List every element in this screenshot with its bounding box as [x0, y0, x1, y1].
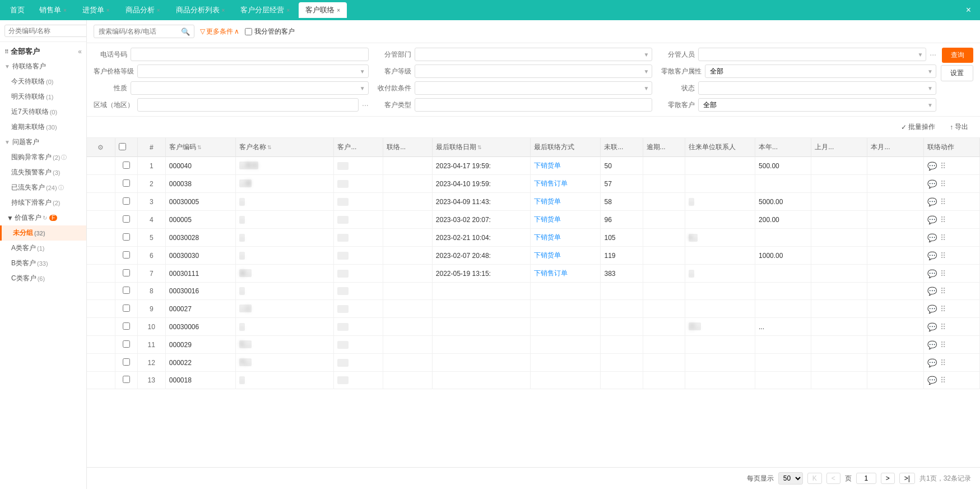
next-page-button[interactable]: >: [881, 473, 895, 484]
chat-icon-8[interactable]: 💬: [927, 305, 937, 313]
col-settings[interactable]: ⚙: [87, 138, 115, 157]
group-pending-contact[interactable]: ▼ 待联络客户: [0, 59, 86, 74]
apps-icon-5[interactable]: ⠿: [940, 251, 946, 260]
row-check-3[interactable]: [115, 211, 137, 229]
all-customers-header[interactable]: ⠿ 全部客户 «: [0, 42, 86, 59]
row-checkbox-12[interactable]: [123, 376, 130, 383]
row-checkbox-9[interactable]: [123, 322, 130, 330]
chat-icon-3[interactable]: 💬: [927, 215, 937, 224]
contact-way-link-5[interactable]: 下销货单: [534, 251, 561, 259]
row-check-12[interactable]: [115, 372, 137, 389]
close-customer-contact-icon[interactable]: ×: [337, 7, 340, 13]
query-button[interactable]: 查询: [942, 48, 973, 63]
batch-ops-button[interactable]: ✓ 批量操作: [896, 120, 940, 134]
chat-icon-2[interactable]: 💬: [927, 197, 937, 206]
region-select[interactable]: [137, 98, 359, 112]
row-check-2[interactable]: [115, 193, 137, 211]
my-customers-checkbox[interactable]: 我分管的客户: [245, 27, 295, 36]
group-problem-customers[interactable]: ▼ 问题客户: [0, 135, 86, 150]
sidebar-item-today-pending[interactable]: 今天待联络 (0): [0, 74, 86, 89]
refresh-icon[interactable]: ↻: [43, 215, 47, 221]
sidebar-item-class-b[interactable]: B类客户 (33): [0, 256, 86, 271]
page-number-input[interactable]: [856, 473, 876, 484]
sidebar-item-class-c[interactable]: C类客户 (6): [0, 271, 86, 286]
select-all-checkbox[interactable]: [119, 143, 126, 150]
row-checkbox-2[interactable]: [123, 197, 130, 205]
apps-icon-12[interactable]: ⠿: [940, 376, 946, 385]
manager-select[interactable]: [698, 48, 926, 61]
tab-customer-segment[interactable]: 客户分层经营 ×: [234, 2, 296, 18]
row-check-5[interactable]: [115, 247, 137, 265]
row-checkbox-3[interactable]: [123, 215, 130, 223]
filter-search-icon[interactable]: 🔍: [181, 27, 190, 36]
sidebar-item-hoarding-abnormal[interactable]: 囤购异常客户 (2) ⓘ: [0, 150, 86, 165]
apps-icon-1[interactable]: ⠿: [940, 179, 946, 188]
payment-select[interactable]: [415, 81, 653, 95]
retail-customer-select[interactable]: 全部: [698, 98, 936, 112]
status-select[interactable]: [698, 81, 936, 95]
sidebar-item-overdue-pending[interactable]: 逾期未联络 (30): [0, 119, 86, 135]
tab-sales-order[interactable]: 销售单 ×: [32, 2, 73, 18]
contact-way-link-6[interactable]: 下销售订单: [534, 269, 568, 277]
tab-product-analysis[interactable]: 商品分析 ×: [119, 2, 167, 18]
sidebar-item-declining[interactable]: 持续下滑客户 (2): [0, 195, 86, 210]
phone-input[interactable]: [131, 48, 369, 61]
chat-icon-6[interactable]: 💬: [927, 269, 937, 278]
tab-customer-contact[interactable]: 客户联络 ×: [299, 2, 347, 18]
row-checkbox-7[interactable]: [123, 287, 130, 294]
sidebar-search-input[interactable]: [4, 25, 87, 37]
sidebar-item-churn-warning[interactable]: 流失预警客户 (3): [0, 165, 86, 180]
chat-icon-0[interactable]: 💬: [927, 162, 937, 170]
apps-icon-4[interactable]: ⠿: [940, 233, 946, 242]
filter-search-input[interactable]: [94, 25, 194, 38]
apps-icon-8[interactable]: ⠿: [940, 305, 946, 313]
row-check-11[interactable]: [115, 354, 137, 372]
chat-icon-4[interactable]: 💬: [927, 233, 937, 242]
tab-purchase-order[interactable]: 进货单 ×: [76, 2, 117, 18]
export-button[interactable]: ↑ 导出: [945, 120, 973, 134]
row-checkbox-11[interactable]: [123, 358, 130, 366]
apps-icon-7[interactable]: ⠿: [940, 287, 946, 296]
chat-icon-7[interactable]: 💬: [927, 287, 937, 296]
row-check-9[interactable]: [115, 318, 137, 336]
close-product-analysis-icon[interactable]: ×: [157, 7, 160, 13]
chat-icon-9[interactable]: 💬: [927, 322, 937, 331]
apps-icon-0[interactable]: ⠿: [940, 162, 946, 170]
contact-way-link-0[interactable]: 下销货单: [534, 162, 561, 169]
row-check-8[interactable]: [115, 300, 137, 318]
customer-level-select[interactable]: [415, 64, 653, 78]
collapse-icon[interactable]: «: [78, 48, 82, 56]
row-checkbox-0[interactable]: [123, 162, 130, 169]
close-customer-segment-icon[interactable]: ×: [286, 7, 290, 13]
first-page-button[interactable]: K: [807, 473, 822, 484]
sort-icon-2[interactable]: ⇅: [267, 145, 272, 150]
group-value-customers-header[interactable]: ▼ 价值客户 ↻ F: [0, 210, 86, 225]
my-customers-check[interactable]: [245, 28, 252, 35]
manager-dots-icon[interactable]: ···: [930, 50, 936, 59]
row-checkbox-10[interactable]: [123, 340, 130, 348]
page-size-select[interactable]: 50: [778, 472, 803, 485]
row-checkbox-1[interactable]: [123, 179, 130, 187]
reset-button[interactable]: 设置: [941, 65, 973, 81]
chat-icon-12[interactable]: 💬: [927, 376, 937, 385]
retail-attr-select[interactable]: 全部: [705, 64, 936, 78]
apps-icon-2[interactable]: ⠿: [940, 197, 946, 206]
contact-way-link-3[interactable]: 下销货单: [534, 215, 561, 223]
sort-icon[interactable]: ⇅: [197, 145, 202, 150]
row-check-7[interactable]: [115, 283, 137, 300]
row-checkbox-5[interactable]: [123, 251, 130, 259]
region-dots-icon[interactable]: ···: [362, 100, 369, 109]
window-close-button[interactable]: ×: [962, 5, 976, 15]
row-checkbox-6[interactable]: [123, 269, 130, 276]
home-tab[interactable]: 首页: [4, 5, 30, 15]
contact-way-link-4[interactable]: 下销货单: [534, 233, 561, 241]
prev-page-button[interactable]: <: [826, 473, 840, 484]
sort-icon-3[interactable]: ⇅: [477, 145, 482, 150]
chat-icon-10[interactable]: 💬: [927, 340, 937, 349]
chat-icon-11[interactable]: 💬: [927, 358, 937, 367]
apps-icon-6[interactable]: ⠿: [940, 269, 946, 278]
apps-icon-9[interactable]: ⠿: [940, 322, 946, 331]
contact-way-link-1[interactable]: 下销售订单: [534, 179, 568, 187]
row-checkbox-4[interactable]: [123, 233, 130, 241]
close-sales-order-icon[interactable]: ×: [63, 7, 67, 13]
